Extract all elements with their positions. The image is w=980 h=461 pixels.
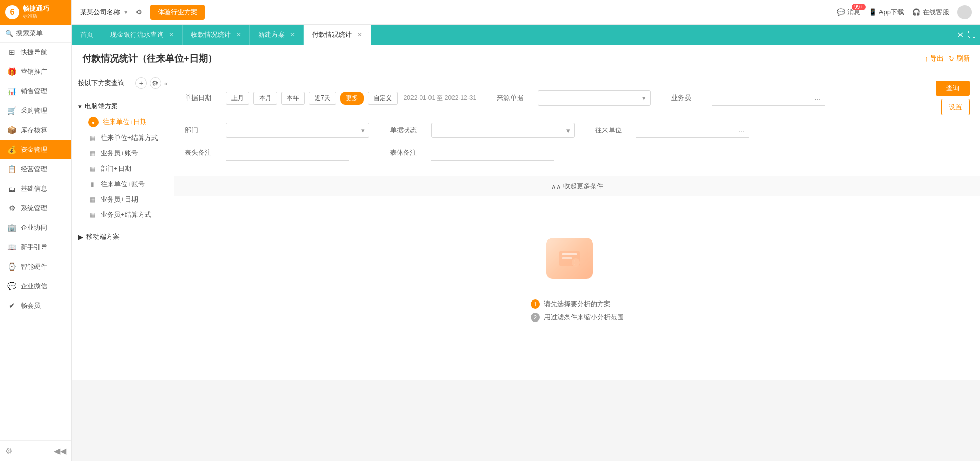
settings-icon[interactable]: ⚙ <box>5 446 12 456</box>
sidebar-item-system[interactable]: ⚙ 系统管理 <box>0 198 71 218</box>
user-avatar[interactable] <box>957 5 972 19</box>
sidebar-item-hardware[interactable]: ⌚ 智能硬件 <box>0 257 71 276</box>
schema-table-icon: ▦ <box>88 165 96 173</box>
sidebar-item-enterprise[interactable]: 🏢 企业协同 <box>0 218 71 237</box>
staff-select-arrow-icon: … <box>814 94 821 102</box>
download-icon: 📱 <box>869 8 877 16</box>
sidebar-item-marketing[interactable]: 🎁 营销推广 <box>0 62 71 82</box>
sidebar-item-member[interactable]: ✔ 畅会员 <box>0 296 71 315</box>
schema-item-label: 业务员+账号 <box>101 149 138 158</box>
sidebar-item-purchase[interactable]: 🛒 采购管理 <box>0 101 71 121</box>
tab-home[interactable]: 首页 <box>72 25 102 45</box>
tab-new-plan-close-icon[interactable]: ✕ <box>290 31 295 38</box>
collapse-panel-button[interactable]: « <box>164 79 168 87</box>
partner-select-arrow-icon: … <box>738 126 745 134</box>
schema-item-label: 往来单位+日期 <box>103 117 147 127</box>
search-menu[interactable]: 🔍 搜索菜单 <box>0 25 71 43</box>
desktop-section-header[interactable]: ▾ 电脑端方案 <box>72 98 174 114</box>
settings-button[interactable]: 设置 <box>941 99 970 115</box>
tab-new-plan-label: 新建方案 <box>258 30 285 39</box>
sidebar-item-label: 库存核算 <box>21 126 47 135</box>
sidebar-item-label: 销售管理 <box>21 87 47 96</box>
tab-receipt[interactable]: 收款情况统计 ✕ <box>183 25 250 45</box>
hint-text-2: 用过滤条件来缩小分析范围 <box>544 313 624 322</box>
partner-select[interactable]: … <box>636 123 749 138</box>
body-note-input[interactable] <box>431 145 554 161</box>
search-icon: 🔍 <box>5 30 13 37</box>
schema-bar-icon: ▮ <box>88 180 96 188</box>
left-panel-actions: + ⚙ « <box>135 77 168 89</box>
header-gear-icon[interactable]: ⚙ <box>132 5 146 19</box>
tab-bank[interactable]: 现金银行流水查询 ✕ <box>102 25 183 45</box>
collapse-sidebar-icon[interactable]: ◀◀ <box>54 446 66 456</box>
tab-receipt-close-icon[interactable]: ✕ <box>236 31 241 38</box>
sidebar-item-inventory[interactable]: 📦 库存核算 <box>0 121 71 140</box>
org-chevron-icon[interactable]: ▾ <box>124 8 128 16</box>
date-btn-last-month[interactable]: 上月 <box>226 92 249 105</box>
tab-payment[interactable]: 付款情况统计 ✕ <box>304 25 371 45</box>
app-download-button[interactable]: 📱 App下载 <box>869 8 904 17</box>
tab-payment-close-icon[interactable]: ✕ <box>357 31 362 38</box>
trial-button[interactable]: 体验行业方案 <box>150 5 205 20</box>
date-btn-this-year[interactable]: 本年 <box>281 92 305 105</box>
sidebar-item-operation[interactable]: 📋 经营管理 <box>0 159 71 179</box>
mobile-schema-section: ▶ 移动端方案 <box>72 229 174 245</box>
filter-row-1: 单据日期 上月 本月 本年 近7天 更多 自定义 2022-01-01 至 20… <box>185 81 970 115</box>
empty-icon-inner: ! <box>546 238 593 279</box>
schema-table-icon: ▦ <box>88 195 96 204</box>
schema-item-staff-settle[interactable]: ▦ 业务员+结算方式 <box>72 207 174 223</box>
mobile-section-header[interactable]: ▶ 移动端方案 <box>72 229 174 245</box>
staff-select[interactable]: … <box>712 90 825 106</box>
tab-expand-icon[interactable]: ⛶ <box>968 30 976 39</box>
dept-select[interactable]: ▾ <box>226 123 369 138</box>
tab-bank-close-icon[interactable]: ✕ <box>169 31 174 38</box>
main-content: 某某公司名称 ▾ ⚙ 体验行业方案 💬 消息 99+ 📱 App下载 🎧 在线客… <box>72 0 980 461</box>
svg-point-3 <box>572 258 580 267</box>
online-service-button[interactable]: 🎧 在线客服 <box>912 8 949 17</box>
source-select-arrow-icon: ▾ <box>642 94 646 102</box>
empty-icon: ! <box>546 238 608 289</box>
sidebar-item-sales[interactable]: 📊 销售管理 <box>0 82 71 101</box>
desktop-section-label: 电脑端方案 <box>85 102 118 111</box>
sidebar-item-basic[interactable]: 🗂 基础信息 <box>0 179 71 198</box>
date-range-display: 2022-01-01 至 2022-12-31 <box>404 94 476 103</box>
sidebar-item-capital[interactable]: 💰 资金管理 <box>0 140 71 159</box>
export-button[interactable]: ↑ 导出 <box>925 54 944 63</box>
settings-schema-button[interactable]: ⚙ <box>150 77 161 89</box>
doc-status-select[interactable]: ▾ <box>431 123 575 138</box>
sidebar-item-label: 畅会员 <box>21 301 41 310</box>
mobile-section-label: 移动端方案 <box>86 232 120 242</box>
tab-actions: ✕ ⛶ <box>953 25 980 45</box>
sidebar: 6 畅捷通巧 标准版 🔍 搜索菜单 ⊞ 快捷导航 🎁 营销推广 📊 销售管理 🛒… <box>0 0 72 461</box>
tab-new-plan[interactable]: 新建方案 ✕ <box>250 25 304 45</box>
capital-icon: 💰 <box>7 145 16 154</box>
empty-hint-1: 1 请先选择要分析的方案 <box>531 299 624 309</box>
schema-item-staff-account[interactable]: ▦ 业务员+账号 <box>72 146 174 161</box>
add-schema-button[interactable]: + <box>135 77 147 89</box>
sidebar-item-wechat[interactable]: 💬 企业微信 <box>0 276 71 296</box>
desktop-expand-icon: ▾ <box>78 103 82 110</box>
schema-item-staff-date[interactable]: ▦ 业务员+日期 <box>72 192 174 207</box>
schema-item-dept-date[interactable]: ▦ 部门+日期 <box>72 161 174 176</box>
query-button[interactable]: 查询 <box>936 81 970 96</box>
schema-item-unit-settle[interactable]: ▦ 往来单位+结算方式 <box>72 130 174 146</box>
tab-close-all-icon[interactable]: ✕ <box>957 30 964 40</box>
schema-item-unit-account[interactable]: ▮ 往来单位+账号 <box>72 176 174 192</box>
svg-text:!: ! <box>574 260 576 266</box>
date-btn-more[interactable]: 更多 <box>340 92 364 105</box>
active-schema-icon: ● <box>88 117 99 127</box>
header-note-input[interactable] <box>226 145 349 161</box>
date-btn-7days[interactable]: 近7天 <box>309 92 336 105</box>
sidebar-item-quick-nav[interactable]: ⊞ 快捷导航 <box>0 43 71 62</box>
app-name: 畅捷通巧 <box>23 5 49 13</box>
refresh-button[interactable]: ↻ 刷新 <box>949 54 970 63</box>
date-btn-this-month[interactable]: 本月 <box>253 92 277 105</box>
sidebar-item-guide[interactable]: 📖 新手引导 <box>0 237 71 257</box>
desktop-schema-section: ▾ 电脑端方案 ● 往来单位+日期 ▦ 往来单位+结算方式 ▦ 业务员+账号 <box>72 94 174 227</box>
message-button[interactable]: 💬 消息 99+ <box>837 8 860 17</box>
schema-item-unit-date[interactable]: ● 往来单位+日期 <box>72 114 174 130</box>
date-btn-custom[interactable]: 自定义 <box>368 92 398 105</box>
source-select[interactable]: ▾ <box>538 90 651 106</box>
quick-nav-icon: ⊞ <box>7 48 16 57</box>
collapse-conditions-button[interactable]: ∧∧ 收起更多条件 <box>174 176 980 196</box>
